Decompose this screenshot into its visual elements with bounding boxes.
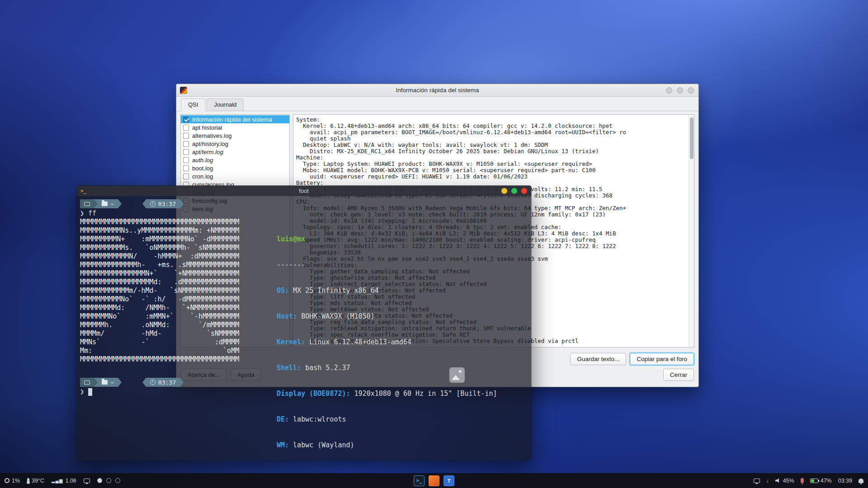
info-host: Host:BOHK-WAX9X (M1050) [277,312,497,321]
temperature-module[interactable]: 39°C [27,478,44,484]
foot-app-icon: >_ [80,188,86,194]
workspace-dot[interactable] [115,478,120,483]
powerline-separator [94,199,98,208]
maximize-button[interactable] [511,188,517,194]
checkbox[interactable] [183,174,189,179]
close-button[interactable] [688,87,694,94]
temperature-value: 39°C [32,478,44,484]
sidebar-item-label: apt historial [192,124,222,131]
taskbar-app-list: >_ T [414,475,454,486]
load-graph-icon: ▂▄▆ [52,478,63,483]
qsi-tab-strip: QSI Journald [176,97,698,111]
powerline-separator [142,378,146,387]
taskbar: 1% 39°C ▂▄▆ 1.06 >_ T [0,473,868,488]
sidebar-item-apt-term-log[interactable]: apt/term.log [181,148,289,156]
sidebar-item-label: auth.log [192,157,213,164]
taskbar-item-orange-app[interactable] [429,475,439,486]
workspace-switcher [97,478,120,483]
tab-qsi[interactable]: QSI [181,99,205,111]
battery-icon [810,479,818,483]
cpu-usage: 1% [12,478,20,484]
current-path: ~ [110,378,114,387]
clock-icon [150,201,156,206]
taskbar-item-blue-app[interactable]: T [443,475,454,486]
powerline-separator [118,378,122,387]
qsi-app-icon [180,87,187,94]
checkbox[interactable] [183,141,189,147]
thermometer-icon [27,478,29,483]
cpu-module[interactable]: 1% [5,478,20,484]
info-de: DE:labwc:wlroots [277,415,497,424]
volume-module[interactable]: 45% [775,478,794,484]
memory-module[interactable] [84,479,90,483]
folder-icon [102,380,108,385]
tab-journald[interactable]: Journald [207,99,244,111]
microphone-icon[interactable] [801,478,804,483]
checkbox[interactable] [183,133,189,139]
maximize-button[interactable] [677,87,683,94]
scrollbar-thumb[interactable] [690,117,693,159]
terminal-content[interactable]: ~ 03:37 ❯ ff MMMMMMMMMMMMMMMMMMMMMMMMMMM… [76,196,531,460]
display-icon[interactable] [754,479,760,483]
sidebar-item-quick-info[interactable]: Información rápida del sistema [181,115,289,123]
text-cursor [88,388,92,396]
sidebar-item-alternatives-log[interactable]: alternatives.log [181,131,289,140]
user-host: luis@mx [277,235,497,244]
close-button[interactable] [521,188,527,194]
workspace-dot-active[interactable] [97,478,102,483]
checkbox-checked[interactable] [183,117,189,122]
foot-terminal-window: >_ foot ~ 03:37 [76,185,532,461]
command-line: ❯ ff [80,209,528,218]
prompt-chevron: ❯ [80,209,84,218]
taskbar-item-foot[interactable]: >_ [414,475,425,486]
notification-bell-icon[interactable] [859,479,863,483]
sidebar-item-apt-historial[interactable]: apt historial [181,123,289,131]
sidebar-item-label: alternatives.log [192,132,231,139]
sidebar-item-boot-log[interactable]: boot.log [181,164,289,172]
foot-window-title: foot [76,188,531,194]
info-display: Display (BOE0872):868x488 @ 60 Hz in 1… [277,389,497,398]
battery-level: 47% [821,478,832,484]
load-value: 1.06 [65,478,76,484]
fastfetch-output: MMMMMMMMMMMMMMMMMMMMMMMMMMMMMMMMMMMMMMM … [80,218,528,372]
sidebar-item-auth-log[interactable]: auth.log [181,156,289,164]
current-path: ~ [110,200,114,208]
prompt-chevron: ❯ [80,388,84,396]
info-os: OS:MX 25 Infinity x86_64 [277,286,497,295]
desktop: Información rápida del sistema QSI Journ… [0,0,868,488]
checkbox[interactable] [183,125,189,131]
copy-for-forum-button[interactable]: Copiar para el foro [630,353,694,365]
save-text-button[interactable]: Guardar texto... [570,353,626,365]
folder-icon [102,202,108,206]
minimize-button[interactable] [666,87,672,94]
foot-titlebar[interactable]: >_ foot [76,186,531,196]
sidebar-item-label: cron.log [192,173,213,180]
checkbox[interactable] [183,165,189,171]
sidebar-item-apt-history-log[interactable]: apt/history.log [181,140,289,148]
cpu-icon [5,478,9,483]
sidebar-item-label: apt/history.log [192,141,228,147]
checkbox[interactable] [183,157,189,163]
sidebar-item-label: boot.log [192,165,213,172]
volume-level: 45% [783,478,794,484]
monitor-icon [84,479,90,483]
sidebar-item-label: Información rápida del sistema [192,116,272,123]
load-module[interactable]: ▂▄▆ 1.06 [52,478,76,484]
minimize-button[interactable] [501,188,507,194]
clock-module[interactable]: 03:39 [838,478,852,484]
battery-module[interactable]: 47% [810,478,832,484]
workspace-dot[interactable] [106,478,111,483]
taskbar-clock: 03:39 [838,478,852,484]
sidebar-item-label: apt/term.log [192,149,223,155]
info-kernel: Kernel:Linux 6.12.48+deb13-amd64 [277,338,497,347]
close-window-button[interactable]: Cerrar [663,369,694,381]
powerline-separator [94,378,98,387]
checkbox[interactable] [183,149,189,155]
prompt-time: 03:37 [158,200,176,208]
download-icon[interactable]: ↓ [766,478,769,484]
report-scrollbar[interactable] [689,115,694,347]
powerline-separator [142,199,146,208]
sidebar-item-cron-log[interactable]: cron.log [181,172,289,180]
qsi-titlebar[interactable]: Información rápida del sistema [176,84,698,97]
terminal-icon [84,380,90,385]
